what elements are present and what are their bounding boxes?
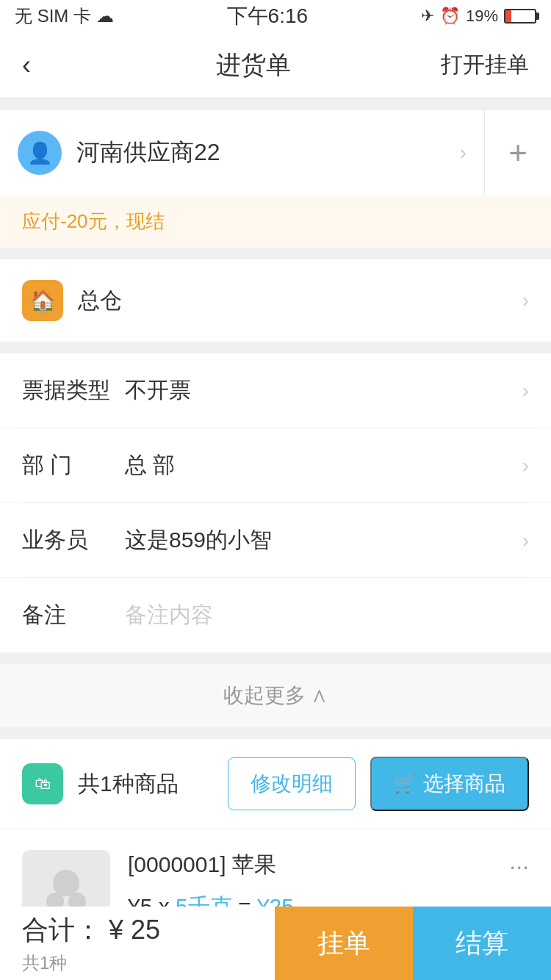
status-right: ✈ ⏰ 19% bbox=[421, 7, 536, 26]
department-chevron-icon: › bbox=[522, 454, 529, 478]
product-name: 苹果 bbox=[232, 852, 276, 876]
total-label: 合计： bbox=[22, 915, 101, 945]
add-supplier-button[interactable]: + bbox=[485, 110, 551, 195]
total-amount: 合计： ¥ 25 bbox=[22, 912, 253, 948]
nav-bar: ‹ 进货单 打开挂单 bbox=[0, 32, 551, 98]
select-product-button[interactable]: 🛒 选择商品 bbox=[370, 757, 529, 811]
remarks-label: 备注 bbox=[22, 600, 125, 630]
remarks-row[interactable]: 备注 备注内容 bbox=[0, 578, 551, 652]
select-product-label: 选择商品 bbox=[423, 770, 505, 798]
footer-total: 合计： ¥ 25 共1种 bbox=[0, 907, 275, 980]
salesperson-value: 这是859的小智 bbox=[125, 525, 511, 555]
chevron-right-icon: › bbox=[460, 141, 467, 165]
cart-icon: 🛒 bbox=[394, 774, 416, 794]
status-time: 下午6:16 bbox=[227, 2, 309, 30]
collapse-bar[interactable]: 收起更多 ∧ bbox=[0, 664, 551, 727]
product-count: 共1种商品 bbox=[78, 769, 213, 799]
back-button[interactable]: ‹ bbox=[22, 50, 66, 81]
bag-icon: 🛍 bbox=[35, 774, 51, 793]
alarm-icon: ⏰ bbox=[440, 7, 460, 26]
product-code: [0000001] bbox=[128, 852, 232, 876]
open-pending-button[interactable]: 打开挂单 bbox=[441, 50, 529, 80]
supplier-name: 河南供应商22 bbox=[76, 137, 445, 169]
salesperson-label: 业务员 bbox=[22, 525, 125, 555]
notice-text: 应付-20元，现结 bbox=[22, 210, 165, 232]
status-left: 无 SIM 卡 ☁ bbox=[15, 4, 114, 28]
status-bar: 无 SIM 卡 ☁ 下午6:16 ✈ ⏰ 19% bbox=[0, 0, 551, 32]
gap-2 bbox=[0, 248, 551, 259]
hang-button[interactable]: 挂单 bbox=[275, 907, 413, 980]
invoice-type-label: 票据类型 bbox=[22, 375, 125, 406]
department-label: 部 门 bbox=[22, 450, 125, 480]
notice-bar: 应付-20元，现结 bbox=[0, 195, 551, 248]
warehouse-row[interactable]: 🏠 总仓 › bbox=[0, 259, 551, 342]
invoice-chevron-icon: › bbox=[522, 379, 529, 403]
svg-point-0 bbox=[53, 870, 79, 896]
salesperson-row[interactable]: 业务员 这是859的小智 › bbox=[0, 503, 551, 577]
gap-5 bbox=[0, 727, 551, 739]
page-title: 进货单 bbox=[216, 48, 291, 82]
warehouse-label: 总仓 bbox=[78, 286, 496, 316]
department-value: 总 部 bbox=[125, 450, 511, 480]
gap-3 bbox=[0, 342, 551, 353]
remarks-input[interactable]: 备注内容 bbox=[125, 600, 529, 630]
gap-1 bbox=[0, 98, 551, 110]
gap-4 bbox=[0, 652, 551, 664]
collapse-label: 收起更多 ∧ bbox=[223, 682, 328, 710]
salesperson-chevron-icon: › bbox=[522, 529, 529, 552]
sim-label: 无 SIM 卡 ☁ bbox=[15, 4, 114, 28]
warehouse-chevron-icon: › bbox=[522, 289, 529, 312]
location-icon: ✈ bbox=[421, 7, 434, 26]
department-row[interactable]: 部 门 总 部 › bbox=[0, 428, 551, 502]
product-title: [0000001] 苹果 bbox=[128, 850, 491, 880]
total-count: 共1种 bbox=[22, 951, 253, 975]
battery-icon bbox=[504, 9, 536, 24]
edit-detail-button[interactable]: 修改明细 bbox=[228, 757, 356, 810]
checkout-button[interactable]: 结算 bbox=[413, 907, 551, 980]
invoice-type-value: 不开票 bbox=[125, 375, 511, 406]
total-value: ¥ 25 bbox=[109, 915, 160, 945]
product-icon: 🛍 bbox=[22, 763, 63, 804]
supplier-section: 👤 河南供应商22 › + bbox=[0, 110, 551, 195]
invoice-type-row[interactable]: 票据类型 不开票 › bbox=[0, 353, 551, 428]
supplier-selector[interactable]: 👤 河南供应商22 › bbox=[0, 110, 485, 195]
footer: 合计： ¥ 25 共1种 挂单 结算 bbox=[0, 907, 551, 980]
warehouse-icon: 🏠 bbox=[22, 280, 63, 321]
battery-label: 19% bbox=[466, 7, 498, 26]
person-icon: 👤 bbox=[27, 141, 53, 165]
supplier-avatar: 👤 bbox=[18, 131, 62, 175]
product-header: 🛍 共1种商品 修改明细 🛒 选择商品 bbox=[0, 739, 551, 829]
